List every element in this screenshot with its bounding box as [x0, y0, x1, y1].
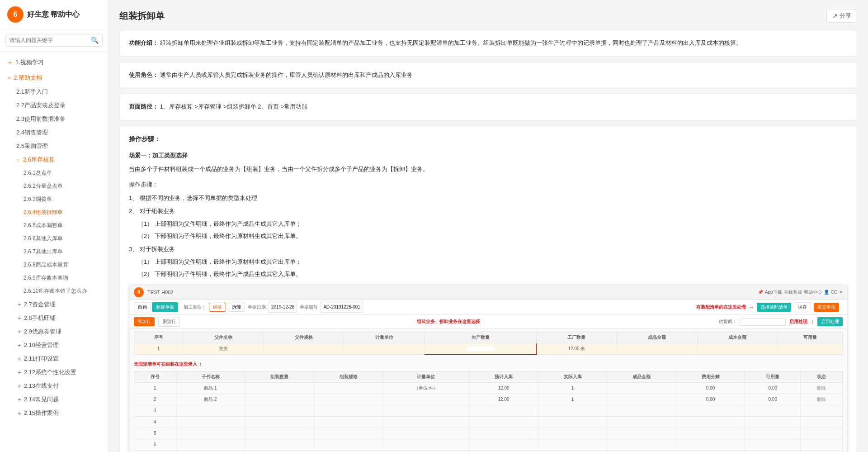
sidebar-item-2-6-9[interactable]: 2.6.9库存账本查询 [0, 271, 108, 285]
function-intro-text: 功能介绍： 组装拆卸单用来处理企业组装或拆卸等加工业务，支持有固定装配清单的产品… [129, 38, 848, 49]
sidebar-item-2-6-7[interactable]: 2.6.7其他出库单 [0, 245, 108, 258]
th-product-amt: 成品金额 [617, 332, 697, 343]
btn-enable[interactable]: 启用处理 [817, 317, 843, 326]
screenshot-container: 6 TEST-H002 📌 App下载 在线客服 帮助中心 👤 CC ✕ 自购 … [129, 285, 848, 452]
sidebar-item-2-2[interactable]: 2.2产品安装及登录 [0, 99, 108, 112]
sidebar-item-2-13[interactable]: ＋ 2.13在线支付 [0, 379, 108, 393]
step2-text: 对于组装业务 [140, 208, 175, 214]
nav-group-video: ＋ 1.视频学习 [0, 55, 108, 70]
type-btn-assembly[interactable]: 组装 [209, 303, 226, 312]
delete-btn-1[interactable]: 删除 [817, 385, 826, 390]
sidebar-item-2-6-2[interactable]: 2.6.2分量盘点单 [0, 180, 108, 193]
annotation-4-row: 无固定清单可在组装在这里录入 ↑ [134, 357, 843, 371]
th-l-cost-share: 费用分摊 [676, 371, 745, 382]
sidebar-item-2-6[interactable]: − 2.6库存核算 [0, 153, 108, 167]
delete-btn-2[interactable]: 删除 [817, 397, 826, 402]
sidebar-item-2-3[interactable]: 2.3使用前数据准备 [0, 112, 108, 126]
th-parent-spec: 父件规格 [264, 332, 344, 343]
table-row: 4 [134, 416, 843, 428]
sidebar-item-2-6-10[interactable]: 2.6.10库存账本错了怎么办 [0, 285, 108, 298]
order-label: 单据编号 [300, 303, 318, 311]
sidebar-item-2-12[interactable]: ＋ 2.12系统个性化设置 [0, 366, 108, 379]
th-avail: 可用量 [778, 332, 842, 343]
sidebar-item-2-6-5[interactable]: 2.6.5成本调整单 [0, 219, 108, 232]
sidebar-item-2-1[interactable]: 2.1新手入门 [0, 85, 108, 99]
table-row: 2 商品 2 12.00 1 0.00 0.00 删除 [134, 394, 843, 405]
step1-text: 根据不同的业务，选择不同单据的类型来处理 [140, 195, 257, 201]
th-parent-name: 父件名称 [183, 332, 264, 343]
th-unit: 计量单位 [344, 332, 425, 343]
plus-icon-2-8: ＋ [16, 314, 22, 321]
main-content: 组装拆卸单 ↗ 分享 功能介绍： 组装拆卸单用来处理企业组装或拆卸等加工业务，支… [108, 0, 868, 452]
role-text: 使用角色： 通常由生产人员或库管人员完成拆装业务的操作，库管人员确认原材料的出库… [129, 70, 848, 81]
table-row: 1 商品 1 （单位·件） 12.00 1 0.00 0.00 删除 [134, 382, 843, 394]
btn-submit[interactable]: 提交审核 [814, 303, 839, 312]
cell-cost-amt [697, 343, 778, 355]
upper-table-body: 1 关关 12.00 米 [134, 343, 843, 355]
sidebar-item-2-11[interactable]: ＋ 2.11打印设置 [0, 352, 108, 366]
share-icon: ↗ [832, 12, 838, 19]
sidebar-item-2-14[interactable]: ＋ 2.14常见问题 [0, 393, 108, 406]
search-area: 🔍 [0, 29, 108, 52]
type-btn-disassembly[interactable]: 拆卸 [228, 303, 245, 312]
annotation-arrow-up: ↑ [199, 359, 202, 369]
tab-new-order[interactable]: 新建单据 [152, 302, 178, 312]
plus-icon-2-14: ＋ [16, 396, 22, 403]
sidebar-item-2-10[interactable]: ＋ 2.10经营管理 [0, 338, 108, 352]
cell-product-amt [617, 343, 697, 355]
sidebar-item-2-15[interactable]: ＋ 2.15操作案例 [0, 406, 108, 420]
sidebar-item-2-7[interactable]: ＋ 2.7资金管理 [0, 298, 108, 311]
step3-sublist: （1） 上部明细为父件明细，最终作为原材料生成其它出库单； （2） 下部明细为子… [129, 257, 848, 280]
sidebar-item-2-6-6[interactable]: 2.6.6其他入库单 [0, 232, 108, 245]
date-value: 2019-12-26 [269, 302, 297, 313]
tab-zizhi[interactable]: 自购 [134, 302, 151, 312]
lower-table-body: 1 商品 1 （单位·件） 12.00 1 0.00 0.00 删除 [134, 382, 843, 452]
th-factory-qty: 工厂数量 [536, 332, 617, 343]
supplier-label: 供货商： [719, 318, 737, 326]
screenshot-titlebar: 6 TEST-H002 📌 App下载 在线客服 帮助中心 👤 CC ✕ [129, 285, 847, 300]
minus-icon: − [7, 74, 11, 81]
cell-prod-qty [425, 343, 537, 355]
annotation-2-text: 组装业务、拆卸业务在这里选择 [417, 318, 480, 326]
sidebar-item-2-6-4[interactable]: 2.6.4组装拆卸单 [0, 206, 108, 219]
sidebar-item-2-9[interactable]: ＋ 2.9优惠券管理 [0, 325, 108, 338]
close-icon[interactable]: ✕ [839, 288, 843, 296]
table-row: 7 [134, 450, 843, 452]
share-button[interactable]: ↗ 分享 [826, 9, 857, 23]
sidebar-item-2-5[interactable]: 2.5采购管理 [0, 139, 108, 153]
supplier-input[interactable] [741, 318, 786, 326]
sidebar-item-2-8[interactable]: ＋ 2.8手机旺铺 [0, 311, 108, 325]
arrow-down-icon: ↓ [811, 317, 814, 327]
sidebar-item-video[interactable]: ＋ 1.视频学习 [0, 55, 108, 70]
btn-add-row[interactable]: 添加行 [134, 317, 155, 326]
sidebar-item-2-6-8[interactable]: 2.6.8商品成本重算 [0, 258, 108, 271]
prod-qty-input[interactable] [467, 346, 494, 351]
titlebar-text: TEST-H002 [147, 288, 173, 297]
sub-items-2-6: 2.6.1盘点单 2.6.2分量盘点单 2.6.3调拨单 2.6.4组装拆卸单 … [0, 167, 108, 298]
th-seq: 序号 [134, 332, 183, 343]
sidebar-item-docs[interactable]: − 2.帮助文档 [0, 71, 108, 85]
step1-num: 1、 [129, 195, 138, 201]
cell-unit [344, 343, 425, 355]
annotation-3-text: 启用处理 [789, 318, 807, 326]
plus-icon: ＋ [7, 59, 13, 67]
search-input[interactable] [9, 37, 91, 43]
logo-text: 好生意 帮助中心 [27, 10, 80, 19]
type-label: 加工类型： [184, 303, 206, 311]
step-1: 1、 根据不同的业务，选择不同单据的类型来处理 [129, 193, 848, 203]
search-icon[interactable]: 🔍 [91, 37, 99, 44]
function-intro-card: 功能介绍： 组装拆卸单用来处理企业组装或拆卸等加工业务，支持有固定装配清单的产品… [119, 30, 857, 57]
steps-card: 操作步骤： 场景一：加工类型选择 当由多个子件材料组装成一个成品的业务为【组装】… [119, 126, 857, 452]
app-nav: 自购 新建单据 加工类型： 组装 拆卸 单据日期 2019-12-26 单据编号… [129, 300, 847, 315]
sidebar-item-2-4[interactable]: 2.4销售管理 [0, 126, 108, 139]
step3-sub1: （1） 上部明细为父件明细，最终作为原材料生成其它出库单； [138, 257, 848, 267]
btn-delete-row[interactable]: 删除行 [158, 317, 180, 327]
upper-table: 序号 父件名称 父件规格 计量单位 生产数量 工厂数量 成品金额 成本金额 可用… [134, 332, 843, 355]
sidebar-item-2-6-3[interactable]: 2.6.3调拨单 [0, 193, 108, 206]
nav-list: ＋ 1.视频学习 − 2.帮助文档 2.1新手入门 2.2产品安装及登录 2.3… [0, 52, 108, 452]
cell-avail [778, 343, 842, 355]
btn-with-bom[interactable]: 选择装配清单 [757, 303, 791, 312]
btn-save[interactable]: 保存 [794, 302, 811, 312]
sidebar-item-2-6-1[interactable]: 2.6.1盘点单 [0, 167, 108, 180]
lower-table: 序号 子件名称 组装数量 组装规格 计量单位 预计入库 实际入库 成品金额 费用… [134, 371, 843, 452]
